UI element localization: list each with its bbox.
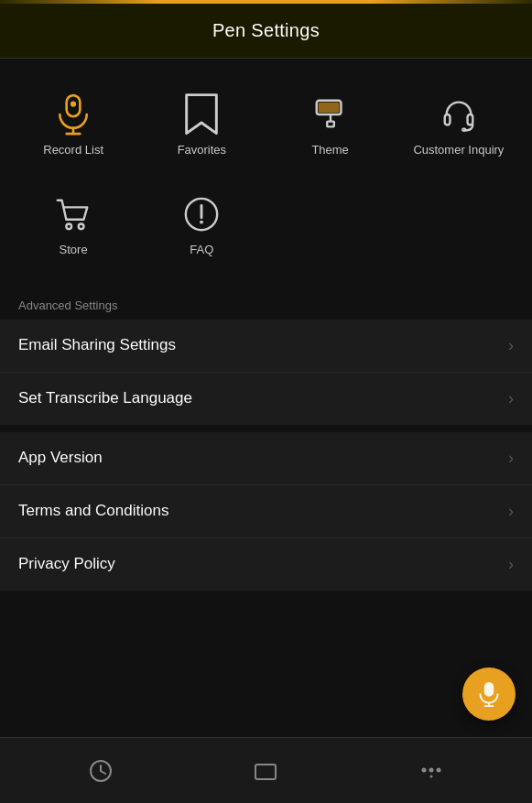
icon-label-record-list: Record List [43, 143, 103, 158]
clock-icon [88, 758, 114, 784]
advanced-settings-list: Email Sharing Settings › Set Transcribe … [0, 320, 532, 425]
icon-item-store[interactable]: Store [9, 186, 137, 267]
bottom-settings-list: App Version › Terms and Conditions › Pri… [0, 432, 532, 591]
icon-item-faq[interactable]: FAQ [137, 186, 266, 267]
bottom-nav [0, 737, 532, 803]
cart-icon [54, 195, 92, 233]
svg-rect-9 [467, 114, 472, 125]
settings-item-terms[interactable]: Terms and Conditions › [0, 485, 532, 538]
svg-point-24 [429, 767, 433, 772]
fab-microphone-button[interactable] [462, 667, 516, 721]
icon-label-theme: Theme [311, 143, 348, 158]
icon-grid-row2: Store FAQ [0, 186, 532, 286]
exclamation-icon [182, 195, 221, 233]
microphone-icon [54, 95, 92, 134]
svg-rect-8 [445, 114, 451, 125]
privacy-label: Privacy Policy [18, 555, 115, 573]
settings-item-app-version[interactable]: App Version › [0, 432, 532, 485]
svg-rect-16 [484, 682, 494, 697]
icon-item-record-list[interactable]: Record List [9, 86, 137, 168]
settings-item-transcribe-language[interactable]: Set Transcribe Language › [0, 373, 532, 425]
nav-history[interactable] [79, 749, 123, 793]
settings-item-email-sharing[interactable]: Email Sharing Settings › [0, 320, 532, 373]
svg-point-15 [200, 221, 203, 224]
svg-line-21 [101, 771, 105, 774]
svg-point-26 [429, 775, 432, 777]
svg-point-12 [79, 223, 84, 229]
app-version-label: App Version [18, 449, 103, 467]
svg-point-25 [436, 767, 440, 772]
chevron-right-icon: › [508, 336, 514, 355]
section-label-advanced: Advanced Settings [0, 286, 532, 320]
header-title: Pen Settings [212, 20, 320, 40]
svg-rect-22 [255, 765, 276, 779]
chevron-right-icon: › [508, 502, 514, 521]
icon-item-favorites[interactable]: Favorites [137, 86, 266, 168]
dots-icon [418, 758, 444, 784]
icon-grid-row1: Record List Favorites Theme [0, 59, 532, 186]
nav-more[interactable] [409, 749, 453, 793]
transcribe-language-label: Set Transcribe Language [18, 389, 192, 407]
rectangle-icon [253, 758, 278, 784]
chevron-right-icon: › [508, 449, 514, 468]
divider [0, 425, 532, 432]
icon-item-theme[interactable]: Theme [266, 86, 395, 168]
svg-point-3 [71, 101, 76, 106]
svg-point-23 [421, 767, 426, 772]
icon-item-customer-inquiry[interactable]: Customer Inquiry [395, 86, 523, 168]
icon-label-favorites: Favorites [178, 143, 226, 158]
chevron-right-icon: › [508, 389, 514, 408]
svg-rect-7 [327, 122, 334, 127]
icon-label-faq: FAQ [190, 243, 213, 258]
bookmark-icon [182, 95, 221, 134]
theme-icon [311, 95, 350, 134]
email-sharing-label: Email Sharing Settings [18, 336, 176, 354]
icon-label-store: Store [60, 243, 88, 258]
nav-tabs[interactable] [244, 749, 288, 793]
chevron-right-icon: › [508, 555, 514, 574]
svg-rect-5 [318, 103, 339, 113]
header: Pen Settings [0, 4, 532, 59]
svg-point-11 [66, 223, 71, 229]
icon-label-customer-inquiry: Customer Inquiry [413, 143, 504, 158]
settings-item-privacy[interactable]: Privacy Policy › [0, 538, 532, 591]
headset-icon [440, 95, 478, 134]
terms-label: Terms and Conditions [18, 502, 168, 520]
